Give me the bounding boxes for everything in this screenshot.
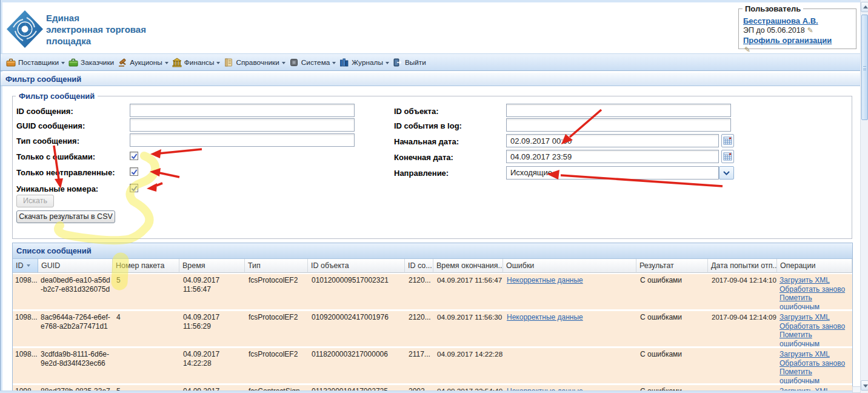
menu-item-customers[interactable]: Заказчики — [68, 58, 114, 67]
book-icon — [224, 58, 233, 67]
column-header-7[interactable]: Время окончания... — [433, 259, 503, 273]
column-header-11[interactable]: Операции — [777, 259, 852, 273]
column-header-5[interactable]: ID объекта — [308, 259, 405, 273]
download-csv-button[interactable]: Скачать результаты в CSV — [16, 210, 115, 223]
menu-item-label: Справочники — [236, 58, 279, 67]
scroll-up-button[interactable] — [861, 2, 868, 12]
error-link[interactable]: Некорректные данные — [507, 276, 583, 284]
cell-id: 1098... — [13, 311, 38, 346]
cell-result: С ошибками — [636, 274, 708, 309]
messages-panel: Список сообщений IDGUIDНомер пакетаВремя… — [12, 243, 853, 393]
operation-link[interactable]: Загрузить XML — [780, 350, 850, 359]
cell-operations: Загрузить XMLОбработать зановоПометить о… — [777, 348, 852, 383]
cell-id: 1098... — [13, 274, 38, 309]
column-header-6[interactable]: ID со... — [405, 259, 433, 273]
error-link[interactable]: Некорректные данные — [507, 313, 583, 321]
cell-error: Некорректные данные — [503, 274, 636, 309]
operation-link[interactable]: Загрузить XML — [780, 276, 850, 285]
cell-attempt — [708, 385, 777, 391]
message-guid-input[interactable] — [130, 118, 355, 132]
cell-attempt — [708, 348, 777, 383]
cell-end_time: 04.09.2017 11:56:47 — [433, 274, 503, 309]
operation-link[interactable]: Пометить ошибочным — [780, 294, 850, 309]
cell-end_time: 04.09.2017 14:22:28 — [433, 348, 503, 383]
table-row: 1098...8ac9644a-7264-e6ef-e768-a2b2a7747… — [13, 311, 852, 346]
edit-pen-icon[interactable]: ✎ — [807, 27, 813, 35]
user-box-legend: Пользователь — [743, 4, 803, 13]
cell-attempt: 2017-09-04 12:14:10 — [708, 274, 777, 309]
operation-link[interactable]: Загрузить XML — [780, 313, 850, 322]
column-header-9[interactable]: Результат — [636, 259, 708, 273]
cell-error: Некорректные данные — [503, 385, 636, 391]
operation-link[interactable]: Обработать заново — [780, 285, 850, 294]
start-date-input[interactable] — [506, 134, 719, 147]
end-date-input[interactable] — [506, 150, 719, 163]
message-id-input[interactable] — [130, 104, 355, 117]
cell-end_time: 04.09.2017 11:56:30 — [433, 311, 503, 346]
cell-guid: 3cdfda9b-8111-6d6e-9e2d-8d34f423ec66 — [38, 348, 113, 383]
direction-select[interactable]: Исходящие — [506, 166, 719, 180]
menu-bar: ПоставщикиЗаказчикиАукционыФинансыСправо… — [1, 53, 860, 71]
log-event-id-input[interactable] — [506, 118, 731, 132]
menu-item-label: Система — [301, 58, 330, 67]
column-header-3[interactable]: Время — [179, 259, 245, 273]
cell-event_id: 2120... — [405, 311, 433, 346]
table-row: 1098...88ad378b-0835-33a7-5d2e-8f41ab37c… — [13, 385, 852, 391]
column-header-1[interactable]: GUID — [38, 259, 113, 273]
cell-object_id: 0109200002417001976 — [308, 311, 405, 346]
cell-time: 04.09.2017 22:54:48 — [179, 385, 245, 391]
label-unique-numbers: Уникальные номера: — [16, 184, 98, 193]
menu-item-suppliers[interactable]: Поставщики — [6, 58, 65, 67]
operation-link[interactable]: Обработать заново — [780, 322, 850, 331]
menu-item-journals[interactable]: Журналы — [339, 58, 389, 67]
cell-operations: Загрузить XMLОбработать зановоПометить о… — [777, 274, 852, 309]
menu-item-finance[interactable]: Финансы — [172, 58, 221, 67]
vertical-scrollbar[interactable] — [860, 0, 868, 393]
label-message-type: Тип сообщения: — [16, 136, 79, 146]
cell-packet: 5 — [113, 385, 179, 391]
only-errors-checkbox[interactable] — [130, 152, 138, 160]
operation-link[interactable]: Пометить ошибочным — [780, 368, 850, 383]
user-box: Пользователь Бесстрашнова А.В. ЭП до 05.… — [738, 8, 856, 49]
menu-item-exit[interactable]: Выйти — [393, 58, 426, 67]
message-type-input[interactable] — [130, 133, 355, 147]
operation-link[interactable]: Пометить ошибочным — [780, 331, 850, 346]
direction-select-trigger[interactable] — [719, 166, 734, 180]
label-message-guid: GUID сообщения: — [16, 121, 85, 130]
chevron-down-icon — [282, 62, 285, 64]
scroll-thumb[interactable] — [861, 15, 868, 120]
cell-operations: Загрузить XMLОбработать зановоПометить о… — [777, 385, 852, 391]
object-id-input[interactable] — [506, 104, 731, 117]
cell-id: 1098... — [13, 348, 38, 383]
cell-event_id: 2002... — [405, 385, 433, 391]
briefcase-orange-icon — [6, 58, 16, 67]
org-profile-link[interactable]: Профиль организации — [743, 36, 832, 45]
column-header-2[interactable]: Номер пакета — [113, 259, 179, 273]
menu-item-label: Заказчики — [81, 58, 114, 67]
column-header-10[interactable]: Дата попытки отп... — [708, 259, 777, 273]
brand-name: Единая электронная торговая площадка — [46, 12, 146, 47]
user-name-link[interactable]: Бесстрашнова А.В. — [743, 17, 818, 25]
scroll-down-button[interactable] — [861, 380, 868, 391]
only-unsent-checkbox[interactable] — [130, 167, 138, 176]
start-date-calendar-button[interactable] — [721, 134, 734, 147]
cell-time: 04.09.2017 14:22:28 — [179, 348, 245, 383]
unique-numbers-checkbox[interactable] — [130, 184, 138, 192]
search-button[interactable]: Искать — [16, 195, 54, 207]
menu-item-label: Финансы — [184, 58, 215, 67]
menu-item-directories[interactable]: Справочники — [224, 58, 285, 67]
operation-link[interactable]: Обработать заново — [780, 359, 850, 368]
menu-item-system[interactable]: Система — [289, 58, 336, 67]
label-message-id: ID сообщения: — [16, 107, 73, 116]
cell-result: С ошибками — [636, 348, 708, 383]
end-date-calendar-button[interactable] — [721, 150, 734, 163]
menu-item-label: Выйти — [405, 58, 426, 67]
column-header-4[interactable]: Тип — [245, 259, 308, 273]
cell-error: Некорректные данные — [503, 311, 636, 346]
cell-result: С ошибками — [636, 311, 708, 346]
cell-object_id: 0101200009517002321 — [308, 274, 405, 309]
column-header-8[interactable]: Ошибки — [503, 259, 636, 273]
column-header-0[interactable]: ID — [13, 259, 38, 273]
table-rows: 1098...dea0bed6-ea10-a56d-b2c7-e831d3260… — [13, 273, 852, 391]
menu-item-auctions[interactable]: Аукционы — [118, 58, 169, 67]
